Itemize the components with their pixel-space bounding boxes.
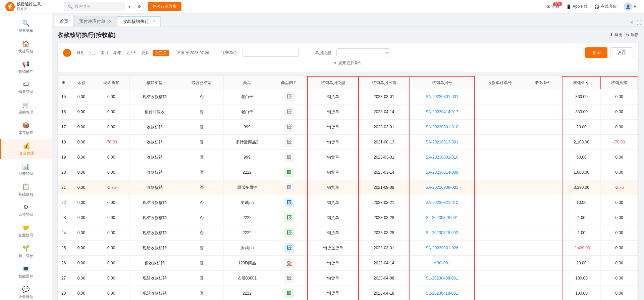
- date-more[interactable]: 更多: [140, 49, 151, 56]
- cell-cash-discount: 0.00: [93, 104, 129, 120]
- export-button[interactable]: ⬆ 导出: [610, 32, 623, 38]
- bill-no-link[interactable]: SA-20230414-017: [426, 110, 458, 114]
- cell-goods-img: 🖼: [271, 135, 308, 150]
- table-row: 27 0.00 0.00 现结收款核销 否 衣服00001 🖼 销货单 2023…: [58, 271, 638, 286]
- setting-button[interactable]: 设置: [610, 47, 633, 58]
- wechat-icon: 💬: [22, 286, 30, 293]
- sidebar-item-purchase[interactable]: 🛒 采购管理: [0, 98, 52, 118]
- cell-verify-type: 预收款核销: [130, 256, 180, 271]
- cell-include-settled: 否: [180, 165, 223, 180]
- expand-filter-button[interactable]: ›: [63, 49, 71, 57]
- partner-input[interactable]: [243, 49, 299, 57]
- bill-no-link[interactable]: SL-20230408-001: [426, 276, 458, 281]
- sidebar-item-inventory[interactable]: 📦 库存核算: [0, 118, 52, 139]
- bill-no-link[interactable]: SA-20230331-026: [426, 246, 458, 250]
- table-row: 25 0.00 0.00 现结收款核销 否 测试jun 🖼 销货退货单 2023…: [58, 241, 638, 256]
- bill-no-link[interactable]: SA-20230301-010: [426, 155, 458, 160]
- date-7-days[interactable]: 近7天: [125, 49, 138, 56]
- gear-button[interactable]: ⚙: [135, 2, 144, 11]
- cell-include-settled: 否: [180, 120, 223, 135]
- tab-home[interactable]: 首页: [55, 16, 73, 27]
- table-row: 17 0.00 0.00 收款核销 否 999 🖼 销货单 2023-03-01…: [58, 120, 638, 135]
- top-search-box[interactable]: 🔍 搜索菜单: [64, 2, 124, 11]
- tab-collection[interactable]: 收款核销执行 ✕: [118, 16, 161, 27]
- date-this-year[interactable]: 本年: [112, 49, 123, 56]
- expand-more-bar[interactable]: ▾ 展开更多条件: [63, 58, 633, 68]
- tab-prepay-label: 预付冲应付单: [79, 18, 105, 25]
- avatar: 👤: [624, 2, 632, 11]
- custom-date-button[interactable]: 自定义: [153, 50, 169, 56]
- sidebar-item-smart-hw[interactable]: 💻 智能硬件: [0, 262, 52, 282]
- dropdown-button[interactable]: ▾: [128, 4, 130, 9]
- bill-no-link[interactable]: SA-20230314-008: [426, 170, 458, 175]
- bill-no-link[interactable]: ABC-001: [434, 261, 450, 265]
- bill-no-link[interactable]: SA-20210808-001: [426, 185, 458, 190]
- cell-receipt-condition: [525, 241, 562, 256]
- bill-no-link[interactable]: SL-20230328-001: [426, 215, 458, 220]
- sidebar-item-marketing[interactable]: 📢 营销推广: [0, 57, 52, 78]
- cell-goods-img: 🖼: [271, 195, 308, 210]
- sidebar-item-beginner[interactable]: 🌱 新手引导: [0, 241, 52, 262]
- cell-include-settled: 否: [180, 241, 223, 256]
- solution-button[interactable]: 休验行业方案: [148, 2, 181, 11]
- cell-cash-discount: 0.00: [93, 225, 129, 241]
- top-center: 🔍 搜索菜单 ▾ ⚙ 休验行业方案: [57, 2, 547, 11]
- cell-receipt-order-no: [475, 120, 525, 135]
- page-title: 收款核销执行(按收款): [57, 31, 116, 39]
- bill-no-link[interactable]: SL-20230328-002: [426, 230, 458, 235]
- sidebar-item-base-info[interactable]: 📋 基础信息: [0, 180, 52, 200]
- date-last-month[interactable]: 上月: [87, 49, 97, 56]
- cell-verify-bill-type: 销货单: [308, 256, 359, 271]
- sidebar-item-search[interactable]: 🔍 搜索菜单: [0, 16, 52, 37]
- cell-verify-discount: 0.00: [601, 104, 638, 120]
- bill-no-link[interactable]: SA-20230301-001: [426, 94, 458, 99]
- bill-no-link[interactable]: SA-20230321-012: [426, 200, 458, 205]
- cell-no: 28: [58, 286, 70, 300]
- bill-no-link[interactable]: SA-20230301-010: [426, 125, 458, 129]
- page-header: 收款核销执行(按收款) ⬆ 导出 ↻ 刷新: [57, 31, 639, 39]
- cell-verify-bill-date: 2023-03-01: [359, 120, 410, 135]
- close-window-icon[interactable]: ✕: [630, 20, 634, 25]
- query-button[interactable]: 查询: [585, 47, 607, 58]
- cell-verify-amount: -2,430.00: [562, 241, 601, 256]
- tab-prepay[interactable]: 预付冲应付单 ✕: [74, 16, 117, 27]
- bill-no-link[interactable]: SL-20230418-001: [426, 291, 458, 296]
- th-settings[interactable]: ⚙: [58, 76, 70, 89]
- bill-no-link[interactable]: SA-20210813-001: [426, 140, 458, 144]
- app-download-button[interactable]: 📱 App下载: [566, 4, 588, 9]
- goods-image: 🖼: [284, 213, 294, 222]
- tab-collection-close[interactable]: ✕: [152, 19, 156, 24]
- refresh-button[interactable]: ↻ 刷新: [626, 32, 639, 38]
- filter-center: 往来单位 ··· 单据类型: [221, 48, 580, 57]
- cell-receipt-condition: [525, 150, 562, 165]
- cell-no: 25: [58, 241, 70, 256]
- cell-goods: 2222: [223, 210, 271, 225]
- message-button[interactable]: ✉ 消息 99+: [547, 4, 559, 9]
- maximize-icon[interactable]: ⛶: [637, 20, 641, 25]
- th-verify-bill-no: 核销单据号: [409, 76, 474, 89]
- sidebar-item-operations[interactable]: 📊 经营管理: [0, 159, 52, 180]
- sidebar-item-finance[interactable]: 💰 资金管理: [0, 139, 52, 159]
- cell-cash-discount: 0.00: [93, 89, 129, 104]
- tab-prepay-close[interactable]: ✕: [109, 19, 112, 24]
- table-header-row: ⚙ 余额 现金折扣 核销类型 包含已结清 商品 商品图片 核销单据类型 核销单据…: [58, 76, 638, 89]
- table-row: 19 0.00 0.00 收款核销 否 999 🖼 销货单 2023-03-01…: [58, 150, 638, 165]
- cell-include-settled: 否: [180, 195, 223, 210]
- user-menu[interactable]: 👤 Rit: [624, 2, 639, 11]
- sidebar-item-sales[interactable]: 🏷 销售管理: [0, 78, 52, 98]
- cell-receipt-order-no: [475, 195, 525, 210]
- cell-verify-amount: 100.00: [562, 286, 601, 300]
- sidebar-item-enterprise[interactable]: 🤝 企业协同: [0, 221, 52, 241]
- sidebar-item-quick-nav[interactable]: 🏠 快捷导航: [0, 37, 52, 57]
- bill-type-select[interactable]: [336, 48, 390, 57]
- th-receipt-condition: 收款条件: [525, 76, 562, 89]
- sidebar-item-sys-mgmt[interactable]: ⚙ 系统管理: [0, 200, 52, 221]
- cell-receipt-order-no: [475, 104, 525, 120]
- cell-verify-bill-date: 2021-08-13: [359, 135, 410, 150]
- quick-nav-icon: 🏠: [22, 40, 30, 47]
- cell-verify-bill-date: 2023-03-01: [359, 150, 410, 165]
- cell-verify-bill-date: 2023-04-08: [359, 271, 410, 286]
- online-service-button[interactable]: 🎧 在线客服: [594, 4, 617, 9]
- sidebar-item-wechat[interactable]: 💬 企业微信: [0, 282, 52, 300]
- date-this-month[interactable]: 本月: [99, 49, 110, 56]
